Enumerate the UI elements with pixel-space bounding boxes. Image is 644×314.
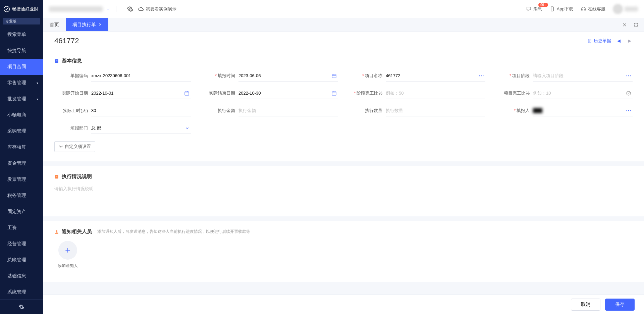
sidebar-item-3[interactable]: 零售管理▾ [0, 75, 43, 91]
sidebar-item-12[interactable]: 工资 [0, 220, 43, 236]
field-control [386, 70, 485, 82]
project_name-input[interactable] [386, 73, 477, 78]
project_stage-input[interactable] [533, 73, 625, 78]
demo-link[interactable]: 我要看实例演示 [138, 6, 176, 12]
sidebar-item-7[interactable]: 库存核算 [0, 139, 43, 155]
chevron-down-icon[interactable] [183, 126, 191, 130]
svg-point-5 [479, 75, 480, 76]
sidebar-item-11[interactable]: 固定资产 [0, 204, 43, 220]
field-label: 实际结束日期 [202, 90, 238, 96]
lookup-icon[interactable] [477, 75, 485, 77]
svg-point-15 [628, 110, 629, 111]
svg-rect-4 [332, 74, 336, 78]
org-settings-icon[interactable] [127, 6, 133, 12]
sidebar-item-4[interactable]: 批发管理▾ [0, 91, 43, 107]
fill_time-input[interactable] [238, 73, 330, 78]
sidebar-item-13[interactable]: 经营管理 [0, 236, 43, 252]
field-control [386, 105, 485, 116]
form-icon [54, 59, 59, 63]
notify-section: 通知相关人员 添加通知人后，可发送消息，告知这些人当前执行进度情况，以便进行后续… [43, 221, 644, 282]
field-control [533, 105, 633, 116]
actual_end-input[interactable] [238, 91, 330, 96]
sidebar-item-15[interactable]: 基础信息 [0, 268, 43, 284]
app-download-button[interactable]: App下载 [549, 6, 573, 12]
edition-badge: 专业版 [3, 18, 40, 24]
project_pct-input[interactable] [533, 91, 625, 96]
field-project_stage: *项目阶段 [496, 70, 633, 82]
field-label: 执行金额 [202, 108, 238, 114]
message-icon [526, 6, 532, 12]
sidebar-item-6[interactable]: 采购管理 [0, 123, 43, 139]
field-label: *填报人 [496, 108, 533, 114]
exec_qty-input[interactable] [386, 108, 485, 113]
calendar-icon[interactable] [330, 73, 338, 78]
tab-1[interactable]: 项目执行单✕ [66, 18, 108, 31]
close-all-tabs-icon[interactable] [620, 20, 629, 30]
field-stage_pct: *阶段完工比% [349, 88, 485, 99]
sidebar-item-2[interactable]: 项目合同 [0, 59, 43, 75]
messages-button[interactable]: 消息 99+ [526, 6, 542, 12]
chevron-down-icon [106, 7, 110, 11]
svg-point-17 [60, 146, 61, 147]
lookup-icon[interactable] [625, 110, 633, 112]
field-label: 项目完工比% [496, 90, 533, 96]
content-area: 461772 历史单据 ◀ ▶ 基本信息 单据编码*填报时间*项目名称*项目阶段… [43, 32, 644, 295]
sidebar-item-16[interactable]: 系统管理 [0, 284, 43, 299]
add-notify-person-button[interactable] [58, 241, 77, 260]
custom-fields-button[interactable]: 自定义项设置 [54, 141, 95, 152]
field-control [533, 88, 633, 99]
prev-record-button[interactable]: ◀ [616, 37, 622, 45]
field-control [238, 70, 338, 82]
tab-0[interactable]: 首页 [43, 18, 66, 31]
field-fill_time: *填报时间 [202, 70, 338, 82]
support-button[interactable]: 在线客服 [581, 6, 605, 12]
help-icon[interactable] [625, 91, 633, 96]
sidebar-item-9[interactable]: 发票管理 [0, 171, 43, 188]
sidebar-item-1[interactable]: 快捷导航 [0, 43, 43, 59]
svg-rect-11 [185, 92, 189, 95]
fullscreen-icon[interactable] [631, 20, 641, 30]
svg-point-14 [626, 110, 627, 111]
org-selector[interactable]: ████████ ███ [49, 6, 116, 12]
sidebar-item-10[interactable]: 税务管理 [0, 188, 43, 204]
field-control [91, 105, 191, 116]
svg-point-19 [56, 230, 58, 232]
dept-input[interactable] [91, 125, 183, 130]
user-menu[interactable] [613, 4, 638, 14]
next-record-button[interactable]: ▶ [627, 37, 633, 45]
chevron-down-icon: ▾ [37, 81, 38, 85]
exec_amount-input[interactable] [238, 108, 338, 113]
gear-icon [59, 145, 63, 149]
sidebar-item-5[interactable]: 小畅电商 [0, 107, 43, 123]
reporter-input[interactable] [533, 108, 625, 113]
execution-desc-input[interactable] [54, 186, 633, 206]
section-title: 通知相关人员 [62, 228, 92, 235]
avatar [613, 4, 623, 14]
calendar-icon[interactable] [330, 91, 338, 96]
actual_start-input[interactable] [91, 91, 183, 96]
close-icon[interactable]: ✕ [99, 22, 102, 27]
field-label: 实际工时(天) [54, 108, 91, 114]
settings-gear-icon[interactable] [18, 304, 24, 310]
sidebar-item-14[interactable]: 总账管理 [0, 252, 43, 268]
lookup-icon[interactable] [625, 75, 633, 77]
sidebar-item-0[interactable]: 搜索菜单 [0, 27, 43, 43]
save-button[interactable]: 保存 [605, 299, 635, 311]
doc_no-input[interactable] [91, 73, 191, 78]
sidebar: 畅捷通好业财 专业版 搜索菜单快捷导航项目合同零售管理▾批发管理▾小畅电商采购管… [0, 0, 43, 314]
cancel-button[interactable]: 取消 [571, 299, 600, 311]
field-control [386, 88, 485, 99]
field-control [533, 70, 633, 82]
svg-rect-1 [551, 7, 553, 11]
calendar-icon[interactable] [183, 91, 191, 96]
execution-desc-section: 执行情况说明 [43, 166, 644, 216]
field-control [91, 70, 191, 82]
stage_pct-input[interactable] [386, 91, 485, 96]
tabs-row: 首页项目执行单✕ [43, 18, 644, 32]
brand-logo-icon [3, 6, 10, 12]
field-actual_end: 实际结束日期 [202, 88, 338, 99]
history-link[interactable]: 历史单据 [587, 38, 611, 44]
sidebar-item-8[interactable]: 资金管理 [0, 155, 43, 171]
actual_days-input[interactable] [91, 108, 191, 113]
sidebar-footer [0, 299, 43, 314]
